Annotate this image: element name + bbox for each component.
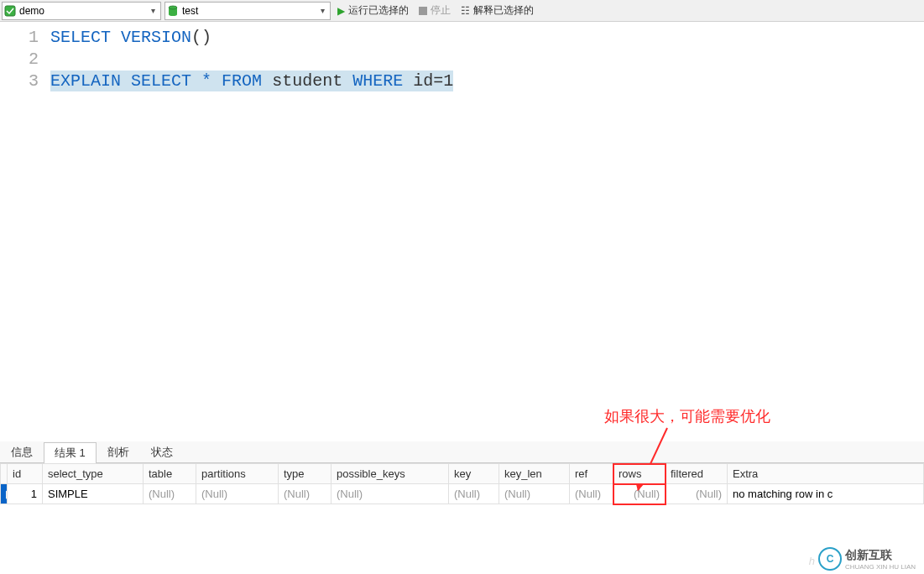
logo-text: 创新互联: [845, 548, 892, 561]
col-select-type[interactable]: select_type: [43, 464, 144, 484]
connection-label: demo: [19, 5, 144, 17]
explain-icon: ☷: [461, 5, 470, 17]
svg-rect-0: [5, 6, 15, 16]
cell-select-type[interactable]: SIMPLE: [43, 484, 144, 504]
code-area[interactable]: SELECT VERSION() EXPLAIN SELECT * FROM s…: [50, 27, 924, 441]
result-tabs: 信息 结果 1 剖析 状态: [0, 441, 924, 463]
cell-table[interactable]: (Null): [144, 484, 196, 504]
col-key-len[interactable]: key_len: [499, 464, 570, 484]
database-dropdown[interactable]: test ▾: [164, 2, 331, 20]
line-number: 3: [0, 70, 39, 92]
explain-button[interactable]: ☷ 解释已选择的: [457, 3, 537, 18]
toolbar: demo ▾ test ▾ ▶ 运行已选择的 停止 ☷ 解释已选择的: [0, 0, 924, 22]
col-partitions[interactable]: partitions: [196, 464, 279, 484]
line-number: 1: [0, 27, 39, 49]
database-label: test: [182, 5, 313, 17]
code-line: [50, 49, 924, 70]
chevron-down-icon: ▾: [316, 6, 328, 15]
tab-status[interactable]: 状态: [140, 441, 184, 462]
col-possible-keys[interactable]: possible_keys: [331, 464, 449, 484]
cell-id[interactable]: 1: [8, 484, 43, 504]
cell-possible-keys[interactable]: (Null): [331, 484, 449, 504]
cell-filtered[interactable]: (Null): [666, 484, 728, 504]
cell-rows[interactable]: (Null): [613, 484, 666, 504]
play-icon: ▶: [337, 5, 345, 17]
table-row[interactable]: ▶ 1 SIMPLE (Null) (Null) (Null) (Null) (…: [1, 484, 924, 504]
logo-icon: C: [818, 547, 842, 571]
run-button[interactable]: ▶ 运行已选择的: [334, 3, 412, 18]
tab-profile[interactable]: 剖析: [97, 441, 140, 462]
logo: C 创新互联 CHUANG XIN HU LIAN: [815, 545, 919, 572]
col-id[interactable]: id: [8, 464, 43, 484]
col-key[interactable]: key: [449, 464, 499, 484]
col-type[interactable]: type: [279, 464, 331, 484]
stop-button: 停止: [415, 3, 454, 18]
code-line: SELECT VERSION(): [50, 27, 924, 49]
row-header-blank: [1, 464, 8, 484]
cell-ref[interactable]: (Null): [570, 484, 613, 504]
row-selector[interactable]: ▶: [1, 484, 8, 504]
sql-editor[interactable]: 1 2 3 SELECT VERSION() EXPLAIN SELECT * …: [0, 22, 924, 441]
header-row: id select_type table partitions type pos…: [1, 464, 924, 484]
cell-key[interactable]: (Null): [449, 484, 499, 504]
cell-partitions[interactable]: (Null): [196, 484, 279, 504]
code-line: EXPLAIN SELECT * FROM student WHERE id=1: [50, 70, 924, 92]
cell-key-len[interactable]: (Null): [499, 484, 570, 504]
stop-icon: [419, 7, 427, 15]
connection-dropdown[interactable]: demo ▾: [2, 2, 161, 20]
database-icon: [167, 5, 179, 17]
annotation-text: 如果很大，可能需要优化: [604, 406, 770, 426]
line-gutter: 1 2 3: [0, 27, 50, 441]
explain-label: 解释已选择的: [473, 3, 534, 18]
logo-sub: CHUANG XIN HU LIAN: [845, 563, 916, 571]
tab-result[interactable]: 结果 1: [44, 442, 97, 463]
col-ref[interactable]: ref: [570, 464, 613, 484]
col-extra[interactable]: Extra: [728, 464, 924, 484]
chevron-down-icon: ▾: [147, 6, 159, 15]
col-table[interactable]: table: [144, 464, 196, 484]
stop-label: 停止: [431, 3, 451, 18]
cell-extra[interactable]: no matching row in c: [728, 484, 924, 504]
col-filtered[interactable]: filtered: [666, 464, 728, 484]
col-rows[interactable]: rows: [613, 464, 666, 484]
cell-type[interactable]: (Null): [279, 484, 331, 504]
line-number: 2: [0, 49, 39, 70]
result-grid: id select_type table partitions type pos…: [0, 463, 924, 504]
tab-info[interactable]: 信息: [0, 441, 44, 462]
connection-icon: [4, 5, 16, 17]
run-label: 运行已选择的: [348, 3, 409, 18]
